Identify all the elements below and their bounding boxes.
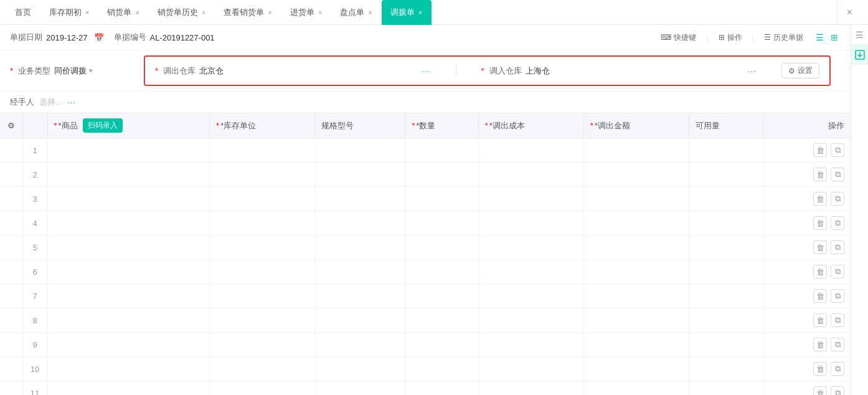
tab-close-view-sales[interactable]: ×	[268, 9, 271, 16]
row-qty-cell[interactable]	[405, 163, 478, 187]
list-view-icon[interactable]: ☰	[813, 31, 826, 44]
row-unit-cell[interactable]	[210, 284, 315, 308]
tab-close-sales-order[interactable]: ×	[135, 9, 139, 16]
row-spec-cell[interactable]	[315, 236, 405, 260]
row-unit-cell[interactable]	[210, 308, 315, 333]
settings-button[interactable]: ⚙ 设置	[781, 63, 819, 79]
row-spec-cell[interactable]	[315, 333, 405, 357]
scan-button[interactable]: 扫码录入	[83, 118, 123, 133]
sidebar-list-icon[interactable]: ☰	[851, 25, 869, 45]
row-cost-cell[interactable]	[478, 163, 583, 187]
history-button[interactable]: ☰ 历史单据	[764, 32, 803, 43]
row-amount-cell[interactable]	[583, 163, 689, 187]
shortcuts-button[interactable]: ⌨ 快捷键	[661, 32, 696, 43]
delete-icon[interactable]: 🗑	[813, 240, 827, 254]
row-product-cell[interactable]	[47, 236, 210, 260]
row-qty-cell[interactable]	[405, 138, 478, 163]
copy-icon[interactable]: ⧉	[831, 289, 844, 303]
row-product-cell[interactable]	[47, 138, 210, 163]
in-warehouse-more-button[interactable]: ···	[747, 66, 757, 76]
row-unit-cell[interactable]	[210, 333, 315, 357]
row-cost-cell[interactable]	[478, 284, 583, 308]
tab-close-purchase-order[interactable]: ×	[318, 9, 322, 16]
row-unit-cell[interactable]	[210, 187, 315, 211]
row-unit-cell[interactable]	[210, 138, 315, 163]
row-amount-cell[interactable]	[583, 260, 689, 284]
delete-icon[interactable]: 🗑	[813, 143, 827, 157]
row-amount-cell[interactable]	[583, 187, 689, 211]
row-unit-cell[interactable]	[210, 381, 315, 396]
row-amount-cell[interactable]	[583, 211, 689, 236]
row-spec-cell[interactable]	[315, 308, 405, 333]
copy-icon[interactable]: ⧉	[831, 338, 844, 351]
tab-close-inventory-init[interactable]: ×	[85, 9, 89, 16]
delete-icon[interactable]: 🗑	[813, 289, 827, 303]
row-cost-cell[interactable]	[478, 333, 583, 357]
row-qty-cell[interactable]	[405, 333, 478, 357]
row-cost-cell[interactable]	[478, 211, 583, 236]
row-qty-cell[interactable]	[405, 381, 478, 396]
row-qty-cell[interactable]	[405, 308, 478, 333]
row-qty-cell[interactable]	[405, 211, 478, 236]
delete-icon[interactable]: 🗑	[813, 313, 827, 327]
copy-icon[interactable]: ⧉	[831, 313, 844, 327]
row-cost-cell[interactable]	[478, 138, 583, 163]
row-amount-cell[interactable]	[583, 236, 689, 260]
row-unit-cell[interactable]	[210, 163, 315, 187]
copy-icon[interactable]: ⧉	[831, 143, 844, 157]
row-spec-cell[interactable]	[315, 357, 405, 381]
row-unit-cell[interactable]	[210, 357, 315, 381]
tab-close-transfer[interactable]: ×	[418, 9, 422, 16]
row-product-cell[interactable]	[47, 284, 210, 308]
row-cost-cell[interactable]	[478, 187, 583, 211]
row-spec-cell[interactable]	[315, 187, 405, 211]
row-spec-cell[interactable]	[315, 260, 405, 284]
row-cost-cell[interactable]	[478, 260, 583, 284]
grid-view-icon[interactable]: ⊞	[828, 31, 841, 44]
actions-button[interactable]: ⊞ 操作	[719, 32, 742, 43]
row-cost-cell[interactable]	[478, 308, 583, 333]
row-amount-cell[interactable]	[583, 284, 689, 308]
row-spec-cell[interactable]	[315, 138, 405, 163]
window-close-button[interactable]: ×	[837, 0, 862, 25]
tab-view-sales[interactable]: 查看销货单 ×	[215, 0, 281, 25]
row-product-cell[interactable]	[47, 381, 210, 396]
tab-sales-history[interactable]: 销货单历史 ×	[149, 0, 215, 25]
copy-icon[interactable]: ⧉	[831, 192, 844, 206]
copy-icon[interactable]: ⧉	[831, 216, 844, 230]
row-unit-cell[interactable]	[210, 260, 315, 284]
row-product-cell[interactable]	[47, 260, 210, 284]
row-product-cell[interactable]	[47, 357, 210, 381]
row-cost-cell[interactable]	[478, 381, 583, 396]
row-amount-cell[interactable]	[583, 357, 689, 381]
row-qty-cell[interactable]	[405, 357, 478, 381]
copy-icon[interactable]: ⧉	[831, 386, 844, 395]
delete-icon[interactable]: 🗑	[813, 168, 827, 181]
row-unit-cell[interactable]	[210, 211, 315, 236]
delete-icon[interactable]: 🗑	[813, 338, 827, 351]
copy-icon[interactable]: ⧉	[831, 168, 844, 181]
row-qty-cell[interactable]	[405, 260, 478, 284]
row-qty-cell[interactable]	[405, 187, 478, 211]
row-product-cell[interactable]	[47, 211, 210, 236]
sidebar-export-icon[interactable]	[851, 45, 869, 65]
delete-icon[interactable]: 🗑	[813, 192, 827, 206]
table-gear-icon[interactable]: ⚙	[7, 121, 15, 130]
tab-transfer[interactable]: 调拨单 ×	[382, 0, 432, 25]
tab-close-stocktake[interactable]: ×	[368, 9, 372, 16]
row-product-cell[interactable]	[47, 163, 210, 187]
row-unit-cell[interactable]	[210, 236, 315, 260]
copy-icon[interactable]: ⧉	[831, 240, 844, 254]
row-cost-cell[interactable]	[478, 357, 583, 381]
row-amount-cell[interactable]	[583, 333, 689, 357]
row-spec-cell[interactable]	[315, 284, 405, 308]
row-spec-cell[interactable]	[315, 163, 405, 187]
row-amount-cell[interactable]	[583, 138, 689, 163]
tab-stocktake[interactable]: 盘点单 ×	[331, 0, 381, 25]
row-qty-cell[interactable]	[405, 236, 478, 260]
tab-sales-order[interactable]: 销货单 ×	[98, 0, 148, 25]
delete-icon[interactable]: 🗑	[813, 265, 827, 278]
out-warehouse-more-button[interactable]: ···	[422, 66, 431, 76]
tab-home[interactable]: 首页	[6, 0, 40, 25]
row-product-cell[interactable]	[47, 333, 210, 357]
